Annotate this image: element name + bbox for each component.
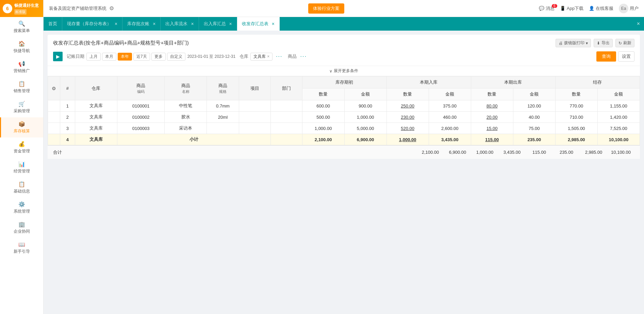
- date-shortcut-0[interactable]: 上月: [86, 53, 101, 61]
- tab-item-2[interactable]: 库存批次账×: [122, 17, 161, 31]
- balance-qty-header: 数量: [555, 88, 597, 100]
- total-label: 合计: [53, 149, 62, 155]
- export-button[interactable]: ⬇ 导出: [594, 39, 613, 47]
- row-out-amt-2: 75.00: [513, 123, 555, 134]
- filter-btns: 查询 设置: [596, 51, 634, 62]
- tab-item-0[interactable]: 首页: [44, 17, 62, 31]
- date-shortcut-3[interactable]: 近7天: [133, 53, 150, 61]
- footer-in-amt: 3,435.00: [498, 150, 526, 155]
- tab-close-4[interactable]: ×: [229, 21, 232, 26]
- sidebar-item-7[interactable]: 📊经营管理: [0, 158, 43, 178]
- sidebar-item-6[interactable]: 💰资金管理: [0, 137, 43, 158]
- system-title: 装备及固定资产辅助管理系统: [49, 5, 106, 12]
- sidebar-item-2[interactable]: 📢营销推广: [0, 57, 43, 77]
- subtotal-in-qty[interactable]: 1,000.00: [386, 134, 429, 145]
- row-dept-0: [270, 100, 302, 112]
- app-download-label: App下载: [567, 5, 583, 12]
- header-gear-icon[interactable]: ⚙: [109, 5, 114, 12]
- warehouse-tag[interactable]: 文具库 ×: [250, 53, 273, 61]
- row-project-1: [239, 112, 270, 123]
- sidebar-item-1[interactable]: 🏠快捷导航: [0, 37, 43, 57]
- print-button[interactable]: 🖨 拨镜版打印 ▾: [556, 39, 591, 47]
- sidebar-item-5[interactable]: 📦库存核算: [0, 117, 43, 137]
- sidebar-item-0[interactable]: 🔍搜索菜单: [0, 17, 43, 37]
- sidebar-label-10: 企业协同: [14, 229, 30, 234]
- row-out-qty-1[interactable]: 20.00: [471, 112, 513, 123]
- row-in-qty-2[interactable]: 520.00: [386, 123, 429, 134]
- sidebar-item-10[interactable]: 🏢企业协同: [0, 218, 43, 238]
- tab-label-4: 出入库汇总: [204, 21, 226, 27]
- tab-item-4[interactable]: 出入库汇总×: [199, 17, 237, 31]
- row-code-2: 0100003: [117, 123, 165, 134]
- date-shortcut-5[interactable]: 自定义: [167, 53, 185, 61]
- filter-area: ▶ 记账日期 上月本月本年近7天更多自定义 2023-01-01 至 2023-…: [48, 47, 640, 66]
- row-balance-amt-2: 7,525.00: [597, 123, 640, 134]
- user-action[interactable]: Ea 用户: [619, 4, 639, 13]
- row-name-1: 胶水: [165, 112, 207, 123]
- row-spec-2: [207, 123, 239, 134]
- tab-close-2[interactable]: ×: [153, 21, 155, 26]
- row-out-amt-1: 40.00: [513, 112, 555, 123]
- date-range: 2023-01-01 至 2023-12-31: [187, 54, 235, 60]
- sidebar-item-3[interactable]: 📋销售管理: [0, 77, 43, 97]
- row-out-qty-2[interactable]: 15.00: [471, 123, 513, 134]
- footer-in-qty: 1,000.00: [471, 150, 498, 155]
- tab-item-5[interactable]: 收发存汇总表×: [237, 17, 280, 31]
- print-label: 拨镜版打印: [564, 40, 584, 46]
- sidebar-item-11[interactable]: 📖新手引导: [0, 238, 43, 258]
- sidebar-label-6: 资金管理: [14, 148, 30, 154]
- warehouse-tag-close-icon[interactable]: ×: [267, 54, 269, 59]
- tab-label-0: 首页: [48, 21, 57, 27]
- tab-item-3[interactable]: 出入库流水×: [161, 17, 199, 31]
- tab-item-1[interactable]: 现存量（库存分布表）×: [62, 17, 122, 31]
- top-header: 装备及固定资产辅助管理系统 ⚙ 体验行业方案 💬 消息 6 📱 App下载 👤 …: [44, 0, 644, 17]
- sidebar-icon-0: 🔍: [18, 20, 25, 27]
- setting-button[interactable]: 设置: [618, 51, 634, 62]
- sidebar: 6 畅捷通好生意 标准版 🔍搜索菜单🏠快捷导航📢营销推广📋销售管理🛒采购管理📦库…: [0, 0, 44, 314]
- expand-more-btn[interactable]: ∨ 展开更多条件: [329, 68, 358, 74]
- date-shortcut-4[interactable]: 更多: [151, 53, 166, 61]
- row-settings-1: [48, 112, 60, 123]
- tab-bar-close-all[interactable]: ×: [633, 21, 644, 27]
- table-settings-icon[interactable]: ⚙: [52, 86, 56, 91]
- sidebar-item-4[interactable]: 🛒采购管理: [0, 97, 43, 117]
- date-shortcut-2[interactable]: 本年: [118, 53, 132, 61]
- warehouse-tag-value: 文具库: [253, 54, 266, 60]
- sidebar-label-8: 基础信息: [14, 188, 30, 194]
- subtotal-out-amt: 235.00: [513, 134, 555, 145]
- row-opening-qty-1: 500.00: [302, 112, 344, 123]
- row-in-amt-1: 460.00: [429, 112, 471, 123]
- try-button[interactable]: 体验行业方案: [308, 3, 344, 14]
- opening-group-header: 库存期初: [302, 77, 386, 88]
- online-service-action[interactable]: 👤 在线客服: [589, 5, 613, 12]
- row-name-0: 中性笔: [165, 100, 207, 112]
- row-in-qty-1[interactable]: 230.00: [386, 112, 429, 123]
- service-icon: 👤: [589, 6, 594, 11]
- goods-filter-group: 商品 ···: [288, 53, 308, 60]
- tab-close-5[interactable]: ×: [272, 21, 275, 26]
- logo-text-group: 畅捷通好生意 标准版: [14, 3, 39, 15]
- header-right: 💬 消息 6 📱 App下载 👤 在线客服 Ea 用户: [539, 4, 639, 13]
- message-action[interactable]: 💬 消息 6: [539, 5, 555, 12]
- sidebar-item-9[interactable]: ⚙️系统管理: [0, 198, 43, 218]
- row-out-qty-0[interactable]: 80.00: [471, 100, 513, 112]
- date-shortcut-1[interactable]: 本月: [102, 53, 116, 61]
- app-download-action[interactable]: 📱 App下载: [560, 5, 583, 12]
- sidebar-item-8[interactable]: 📋基础信息: [0, 178, 43, 198]
- goods-more-dots[interactable]: ···: [299, 53, 308, 60]
- sidebar-label-1: 快捷导航: [14, 48, 30, 54]
- subtotal-out-qty[interactable]: 115.00: [471, 134, 513, 145]
- filter-expand-btn[interactable]: ▶: [53, 52, 63, 61]
- footer-balance-amt: 10,100.00: [607, 150, 634, 155]
- print-icon: 🖨: [559, 41, 563, 46]
- online-service-label: 在线客服: [596, 5, 613, 12]
- in-group-header: 本期入库: [386, 77, 471, 88]
- warehouse-more-dots[interactable]: ···: [275, 53, 284, 60]
- tab-close-1[interactable]: ×: [115, 21, 117, 26]
- refresh-button[interactable]: ↻ 刷新: [615, 39, 634, 47]
- row-in-qty-0[interactable]: 250.00: [386, 100, 429, 112]
- row-settings-2: [48, 123, 60, 134]
- header-center: 体验行业方案: [308, 3, 344, 14]
- tab-close-3[interactable]: ×: [191, 21, 194, 26]
- query-button[interactable]: 查询: [596, 51, 616, 62]
